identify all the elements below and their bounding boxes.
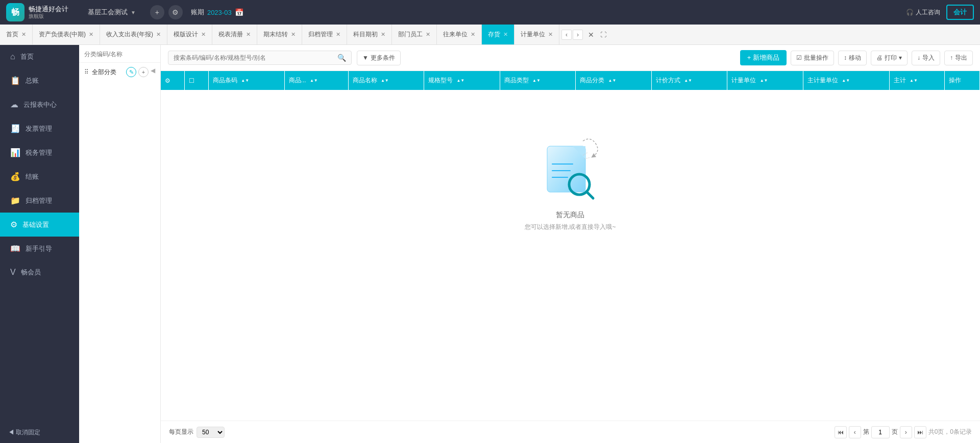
category-edit-icon[interactable]: ✎ [126,67,136,77]
filter-button[interactable]: ▼ 更多条件 [357,51,401,65]
tab-archive[interactable]: 归档管理 ✕ [302,25,347,45]
pagination-bar: 每页显示 50 20 100 ⏮ ‹ 第 页 › ⏭ 共0页，0条记录 [161,421,980,443]
sort-spec-icon[interactable]: ▲▼ [456,78,464,83]
content-area: 🔍 ⠿ 全部分类 ✎ + ◀ 🔍 [79,45,980,443]
first-page-button[interactable]: ⏮ [835,426,847,438]
sort-unit-icon[interactable]: ▲▼ [760,78,768,83]
add-product-button[interactable]: + 新增商品 [740,50,787,65]
move-icon: ↕ [844,54,847,61]
sidebar-item-settings[interactable]: ⚙ 基础设置 [0,213,79,237]
prev-page-button[interactable]: ‹ [849,426,861,438]
sort-category-icon[interactable]: ▲▼ [608,78,617,83]
search-icon[interactable]: 🔍 [337,54,346,62]
empty-title: 暂无商品 [556,211,584,220]
product-table: ⚙ ☐ 商品条码 ▲▼ 商品... ▲▼ 商品名称 [161,71,980,272]
import-button[interactable]: ↓ 导入 [912,51,940,65]
tax-icon: 📊 [10,148,20,157]
sidebar-item-vip[interactable]: V 畅会员 [0,261,79,284]
close-icon[interactable]: ✕ [21,31,26,38]
sidebar-item-archive[interactable]: 📁 归档管理 [0,189,79,213]
tab-income-statement[interactable]: 收入支出表(年报) ✕ [100,25,167,45]
tab-bar: 首页 ✕ 资产负债表(中期) ✕ 收入支出表(年报) ✕ 模版设计 ✕ 税表清册… [0,25,980,45]
tab-expand-button[interactable]: ⛶ [597,29,609,41]
th-main-count: 主计 ▲▼ [889,71,944,90]
category-collapse-button[interactable]: ◀ [151,67,155,77]
tab-inventory[interactable]: 存货 ✕ [482,25,514,45]
sidebar-item-checkout[interactable]: 💰 结账 [0,165,79,189]
close-icon[interactable]: ✕ [548,31,553,38]
close-icon[interactable]: ✕ [201,31,206,38]
sort-main-unit-icon[interactable]: ▲▼ [842,78,850,83]
settings-icon-button[interactable]: ⚙ [168,5,183,19]
sort-type-icon[interactable]: ▲▼ [532,78,541,83]
category-title: ⠿ 全部分类 [84,68,116,77]
page-number-input[interactable] [871,426,890,438]
tab-prev-button[interactable]: ‹ [561,30,572,40]
chevron-down-icon: ▼ [131,10,136,15]
tab-template[interactable]: 模版设计 ✕ [167,25,212,45]
logo-icon: 畅 [6,3,24,21]
sidebar-item-invoice[interactable]: 🧾 发票管理 [0,116,79,141]
move-button[interactable]: ↕ 移动 [838,51,867,65]
close-icon[interactable]: ✕ [291,31,296,38]
tab-department[interactable]: 部门员工 ✕ [392,25,437,45]
close-icon[interactable]: ✕ [336,31,340,38]
tab-unit[interactable]: 计量单位 ✕ [514,25,559,45]
add-tab-button[interactable]: + [150,5,164,19]
total-records: 共0页，0条记录 [928,428,972,436]
next-page-button[interactable]: › [900,426,912,438]
kuaiji-button[interactable]: 会计 [946,5,974,20]
sort-main-count-icon[interactable]: ▲▼ [910,78,918,83]
sidebar-item-home[interactable]: ⌂ 首页 [0,45,79,68]
sort-barcode-icon[interactable]: ▲▼ [241,78,249,83]
th-price-method: 计价方式 ▲▼ [651,71,727,90]
sidebar-unpin-button[interactable]: ◀ 取消固定 [0,422,79,443]
category-search-input[interactable] [84,51,161,58]
tab-balance-sheet[interactable]: 资产负债表(中期) ✕ [33,25,100,45]
checkout-icon: 💰 [10,172,20,181]
tab-subject-init[interactable]: 科目期初 ✕ [347,25,392,45]
archive-icon: 📁 [10,196,20,205]
category-add-icon[interactable]: + [138,67,149,77]
calendar-icon[interactable]: 📅 [235,8,243,16]
main-panel: 🔍 ▼ 更多条件 + 新增商品 ☑ 批量操作 ↕ 移动 [161,45,980,443]
close-icon[interactable]: ✕ [89,31,93,38]
close-icon[interactable]: ✕ [471,31,475,38]
cloud-icon: ☁ [10,100,18,109]
tab-close-all-button[interactable]: ✕ [585,29,597,41]
close-icon[interactable]: ✕ [381,31,385,38]
product-search-input[interactable] [174,54,334,61]
close-icon[interactable]: ✕ [426,31,430,38]
per-page-select[interactable]: 50 20 100 [197,427,225,438]
batch-operation-button[interactable]: ☑ 批量操作 [791,51,834,65]
th-checkbox[interactable]: ☐ [184,71,208,90]
close-icon[interactable]: ✕ [156,31,161,38]
category-panel: 🔍 ⠿ 全部分类 ✎ + ◀ [79,45,161,443]
tab-next-button[interactable]: › [573,30,583,40]
th-type: 商品类型 ▲▼ [500,71,576,90]
search-bar: 🔍 [168,51,352,65]
close-icon[interactable]: ✕ [503,31,508,38]
sort-name-icon[interactable]: ▲▼ [381,78,389,83]
print-button[interactable]: 🖨 打印 ▾ [871,51,908,65]
tab-period-transfer[interactable]: 期末结转 ✕ [257,25,302,45]
tab-tax[interactable]: 税表清册 ✕ [212,25,257,45]
export-button[interactable]: ↑ 导出 [944,51,973,65]
service-button[interactable]: 🎧 人工咨询 [906,8,940,17]
last-page-button[interactable]: ⏭ [914,426,926,438]
header-right: 🎧 人工咨询 会计 [906,5,974,20]
th-settings[interactable]: ⚙ [161,71,184,90]
tab-contacts[interactable]: 往来单位 ✕ [437,25,482,45]
sidebar-item-cloud-report[interactable]: ☁ 云报表中心 [0,92,79,116]
sort-code-icon[interactable]: ▲▼ [310,78,318,83]
close-icon[interactable]: ✕ [246,31,251,38]
sidebar-item-tax[interactable]: 📊 税务管理 [0,141,79,165]
tab-home[interactable]: 首页 ✕ [0,25,33,45]
check-icon: ☑ [796,54,802,61]
sort-price-icon[interactable]: ▲▼ [684,78,692,83]
vip-icon: V [10,268,16,277]
company-selector[interactable]: 基层工会测试 ▼ [84,6,140,19]
sidebar-item-ledger[interactable]: 📋 总账 [0,68,79,92]
sidebar-item-guide[interactable]: 📖 新手引导 [0,237,79,261]
th-main-unit: 主计量单位 ▲▼ [803,71,889,90]
